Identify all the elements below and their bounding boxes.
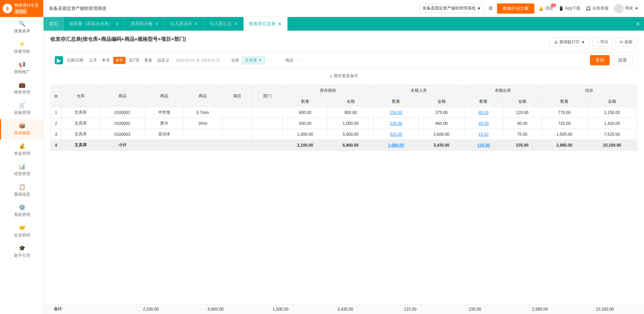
online-service-button[interactable]: 🎧 在线客服 <box>586 5 609 11</box>
goods-filter-label: 商品 <box>285 57 294 63</box>
date-option-this-month[interactable]: 本月 <box>100 57 111 64</box>
tab-close-icon[interactable]: ✕ <box>194 21 198 27</box>
tab-recv-send-summary[interactable]: 收发存汇总表 ✕ <box>244 17 287 31</box>
print-button[interactable]: 🖨 拨锁版打印 ▼ <box>549 37 590 47</box>
date-option-custom[interactable]: 自定义 <box>156 57 171 64</box>
sidebar-item-quick-nav[interactable]: ⚡ 快捷导航 <box>0 37 43 58</box>
row-name: 胶水 <box>145 118 183 129</box>
sidebar-item-marketing[interactable]: 📢 营销推广 <box>0 58 43 78</box>
settings-icon[interactable]: ⚙ <box>488 5 493 12</box>
row-bal-amt: 7,525.00 <box>587 129 637 140</box>
row-bal-amt: 1,420.00 <box>587 118 637 129</box>
th-spec: 商品 <box>183 85 222 107</box>
row-code: 0100002 <box>100 118 145 129</box>
row-out-qty[interactable]: 15.00 <box>464 129 503 140</box>
logo-icon: 6 <box>3 4 12 13</box>
tab-close-icon[interactable]: ✕ <box>278 21 282 27</box>
online-service-label: 在线客服 <box>592 5 609 11</box>
warehouse-tag-close[interactable]: ✕ <box>259 58 262 63</box>
row-open-amt: 5,000.00 <box>328 129 374 140</box>
row-bal-qty: 710.00 <box>542 118 587 129</box>
app-dropdown[interactable]: 装备及固定资产辅助管理系统 ▼ <box>419 4 484 13</box>
row-project <box>222 107 252 118</box>
export-button[interactable]: ↑ 导出 <box>592 37 613 47</box>
goods-more-button[interactable]: ··· <box>298 57 304 63</box>
tab-home[interactable]: 首页 <box>44 17 64 31</box>
row-out-qty[interactable]: 80.00 <box>464 107 503 118</box>
finance-icon: 💰 <box>19 143 26 149</box>
th-open-amt: 金额 <box>328 96 374 107</box>
date-options: 上月 本月 本年 近7天 更多 自定义 <box>87 57 171 64</box>
system-icon: ⚙️ <box>19 204 26 211</box>
th-balance: 结存 <box>542 85 637 96</box>
subtotal-in-qty[interactable]: 1,000.00 <box>373 140 419 151</box>
tab-label: 出入库汇总 <box>210 21 232 27</box>
subtotal-open-amt: 6,900.00 <box>328 140 374 151</box>
tab-close-icon[interactable]: ✕ <box>115 21 119 27</box>
expand-more-label: 展开更多条件 <box>334 73 358 79</box>
date-option-more[interactable]: 更多 <box>143 57 154 64</box>
row-spec <box>183 129 222 140</box>
app-title: 装备及固定资产辅助管理系统 <box>49 5 415 12</box>
chevron-down-icon: ▼ <box>477 6 481 11</box>
row-in-qty[interactable]: 250.00 <box>373 107 419 118</box>
filter-toggle-button[interactable]: ▶ <box>55 56 63 64</box>
row-in-qty[interactable]: 520.00 <box>373 129 419 140</box>
date-option-last-month[interactable]: 上月 <box>87 57 98 64</box>
tab-inventory-dist[interactable]: 现存量（库存分布表） ✕ <box>64 17 125 31</box>
sidebar-item-inventory[interactable]: 📦 库存核算 <box>0 119 43 139</box>
filter-setting-button[interactable]: 设置 <box>612 55 633 65</box>
th-bal-amt: 金额 <box>587 96 637 107</box>
footer-bal-amt: 10,100.00 <box>572 307 637 312</box>
row-out-qty[interactable]: 20.00 <box>464 118 503 129</box>
row-in-qty[interactable]: 230.00 <box>373 118 419 129</box>
refresh-icon: ↻ <box>620 40 623 45</box>
sidebar-item-sales[interactable]: 💼 销售管理 <box>0 78 43 99</box>
sidebar-item-finance[interactable]: 💰 资金管理 <box>0 139 43 160</box>
warehouse-filter: 仓库 文具库 ✕ ··· <box>231 56 274 64</box>
sidebar-item-enterprise[interactable]: 🤝 企业协同 <box>0 221 43 242</box>
sidebar-item-operations[interactable]: 📊 经营管理 <box>0 160 43 180</box>
date-range-display: 2023-01-01 至 2023-12-31 <box>176 58 220 63</box>
tab-close-icon[interactable]: ✕ <box>234 21 238 27</box>
tab-label: 库存批次账 <box>131 21 153 27</box>
logo-tag: 标准版 <box>14 9 27 14</box>
subtotal-empty2 <box>183 140 222 151</box>
date-option-this-year[interactable]: 本年 <box>113 57 126 64</box>
tab-close-icon[interactable]: ✕ <box>155 21 159 27</box>
date-option-7days[interactable]: 近7天 <box>128 57 141 64</box>
sidebar-item-base-info[interactable]: 📋 基础信息 <box>0 180 43 201</box>
sidebar-item-purchase[interactable]: 🛒 采购管理 <box>0 99 43 119</box>
warehouse-more-button[interactable]: ··· <box>268 57 274 63</box>
tab-flow[interactable]: 出入库流水 ✕ <box>165 17 204 31</box>
sidebar: 6 畅捷通好生意 标准版 🔍 搜索菜单 ⚡ 快捷导航 📢 营销推广 💼 销售管理… <box>0 0 44 314</box>
row-open-qty: 1,000.00 <box>282 129 328 140</box>
tab-batch-ledger[interactable]: 库存批次账 ✕ <box>125 17 165 31</box>
table-row: 1 文具库 0100001 中性笔 0.7mm 600.00 900.00 25… <box>51 107 637 118</box>
row-bal-qty: 770.00 <box>542 107 587 118</box>
user-menu[interactable]: 用友 ▼ <box>614 4 639 13</box>
sidebar-item-guide[interactable]: 🎓 新手引导 <box>0 242 43 262</box>
app-download-button[interactable]: 📱 App下载 <box>559 5 580 11</box>
trial-button[interactable]: 体验行业方案 <box>497 3 534 14</box>
footer-in-amt: 3,435.00 <box>313 307 378 312</box>
sidebar-item-label: 库存核算 <box>14 130 30 136</box>
headset-icon: 🎧 <box>586 6 591 11</box>
tab-bar-close-button[interactable]: ✕ <box>631 21 644 27</box>
page-title: 收发存汇总表(按仓库+商品编码+商品+规格型号+项目+部门) <box>50 36 186 43</box>
sidebar-item-system[interactable]: ⚙️ 系统管理 <box>0 201 43 221</box>
query-button[interactable]: 查询 <box>590 55 610 65</box>
messages-button[interactable]: 🔔 消息 6 <box>539 5 553 11</box>
tab-bar: 首页 现存量（库存分布表） ✕ 库存批次账 ✕ 出入库流水 ✕ 出入库汇总 ✕ … <box>44 17 644 31</box>
subtotal-out-qty[interactable]: 115.00 <box>464 140 503 151</box>
table-row: 3 文具库 0100003 采访本 1,000.00 5,000.00 520.… <box>51 129 637 140</box>
table-settings-th[interactable]: ⚙ <box>51 85 62 107</box>
tab-summary-inout[interactable]: 出入库汇总 ✕ <box>204 17 244 31</box>
footer-open-amt: 6,900.00 <box>183 307 248 312</box>
tab-label: 收发存汇总表 <box>249 21 276 27</box>
expand-more-button[interactable]: ∨ 展开更多条件 <box>50 71 637 81</box>
th-dept: 部门 <box>252 85 282 107</box>
sidebar-item-label: 资金管理 <box>14 151 30 156</box>
refresh-button[interactable]: ↻ 刷新 <box>615 37 637 47</box>
sidebar-item-search[interactable]: 🔍 搜索菜单 <box>0 17 43 37</box>
